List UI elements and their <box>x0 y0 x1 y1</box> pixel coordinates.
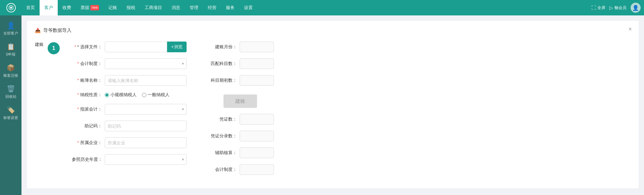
tags-icon: 🏷️ <box>7 106 15 114</box>
nav-items: 首页 客户 收费 票据 new 记账 报税 工商项目 消息 管理 经营 <box>21 0 591 15</box>
nav-item-business[interactable]: 工商项目 <box>140 0 167 15</box>
history-year-row: 参照历史年度： ▾ <box>72 154 187 165</box>
step-label: 建账 <box>35 42 44 48</box>
build-month-row: 建账月份： <box>207 42 274 52</box>
build-button[interactable]: 建账 <box>224 94 257 108</box>
memo-code-label: 助记码： <box>72 123 102 129</box>
aux-accounting-row: 辅助核算： <box>207 147 274 158</box>
build-month-value <box>240 42 274 52</box>
history-year-select-wrap: ▾ <box>105 154 187 165</box>
build-btn-wrap: 建账 <box>207 94 274 108</box>
fullscreen-icon: ⛶ <box>591 5 596 10</box>
accountant-row: * 指派会计： ▾ <box>72 104 187 115</box>
ledger-name-input[interactable] <box>105 75 187 86</box>
file-select-row: * * 选择文件： +浏览 <box>72 42 187 52</box>
voucher-count-row: 凭证数： <box>207 114 274 125</box>
company-row: * 所属企业： <box>72 137 187 148</box>
match-subjects-row: 匹配科目数： <box>207 58 274 69</box>
main-content: 📥 导爷数据导入 × 建账 1 <box>21 15 644 195</box>
card-title: 导爷数据导入 <box>43 27 71 34</box>
sidebar-item-trash[interactable]: 🗑️ 回收站 <box>0 82 21 102</box>
accounting-system-label: * 会计制度： <box>72 61 102 67</box>
new-badge: new <box>90 5 99 10</box>
accounting-system-row: * 会计制度： ▾ <box>72 58 187 69</box>
nav-item-settings[interactable]: 设置 <box>239 0 257 15</box>
nav-right: ⛶ 全屏 ▷ 畅会员 👤 <box>591 3 641 13</box>
ledger-name-row: * 账簿名称： <box>72 75 187 86</box>
accounting-system-select-wrap: ▾ <box>105 58 187 69</box>
nav-item-clients[interactable]: 客户 <box>40 0 58 15</box>
accountant-select[interactable] <box>105 104 187 115</box>
vip-icon: ▷ <box>609 5 613 10</box>
browse-button[interactable]: +浏览 <box>167 42 187 52</box>
svg-point-1 <box>10 7 12 9</box>
logo <box>3 0 19 15</box>
history-year-label: 参照历史年度： <box>72 156 102 162</box>
accountant-select-wrap: ▾ <box>105 104 187 115</box>
tax-general-label[interactable]: 一般纳税人 <box>142 92 169 98</box>
subject-initial-value <box>240 75 274 86</box>
form-area: * * 选择文件： +浏览 * 会计制度： <box>72 42 274 175</box>
zero-declare-icon: 📋 <box>7 43 15 51</box>
tax-general-radio[interactable] <box>142 93 146 97</box>
nav-item-home[interactable]: 首页 <box>21 0 40 15</box>
build-month-label: 建账月份： <box>207 44 237 50</box>
sidebar-item-migrate[interactable]: 📦 账套迁移 <box>0 61 21 81</box>
match-subjects-label: 匹配科目数： <box>207 61 237 67</box>
subject-initial-label: 科目期初数： <box>207 77 237 83</box>
info-accounting-system-row: 会计制度： <box>207 164 274 175</box>
migrate-icon: 📦 <box>7 64 15 72</box>
form-left-col: * * 选择文件： +浏览 * 会计制度： <box>72 42 187 175</box>
voucher-count-value <box>240 114 274 125</box>
history-year-select[interactable] <box>105 154 187 165</box>
info-accounting-system-label: 会计制度： <box>207 167 237 173</box>
file-input[interactable] <box>105 42 167 52</box>
all-clients-icon: 👤 <box>7 21 15 29</box>
nav-item-manage[interactable]: 管理 <box>185 0 203 15</box>
accounting-system-select[interactable] <box>105 58 187 69</box>
sidebar-item-all-clients[interactable]: 👤 全部客户 <box>0 19 21 39</box>
trash-icon: 🗑️ <box>7 85 15 93</box>
voucher-count-label: 凭证数： <box>207 116 237 122</box>
sidebar-item-tags[interactable]: 🏷️ 标签设置 <box>0 103 21 123</box>
layout: 👤 全部客户 📋 0申报 📦 账套迁移 🗑️ 回收站 🏷️ 标签设置 📥 导爷数… <box>0 15 644 195</box>
aux-accounting-label: 辅助核算： <box>207 150 237 156</box>
voucher-entries-value <box>240 131 274 141</box>
tax-small-radio[interactable] <box>105 93 109 97</box>
vip-btn[interactable]: ▷ 畅会员 <box>609 5 627 11</box>
top-nav: 首页 客户 收费 票据 new 记账 报税 工商项目 消息 管理 经营 <box>0 0 644 15</box>
right-panel: 建账月份： 匹配科目数： 科目期初数： <box>207 42 274 175</box>
voucher-entries-row: 凭证分录数： <box>207 131 274 141</box>
nav-item-tax[interactable]: 报税 <box>122 0 140 15</box>
company-label: * 所属企业： <box>72 140 102 146</box>
voucher-entries-label: 凭证分录数： <box>207 133 237 139</box>
info-col: 建账月份： 匹配科目数： 科目期初数： <box>207 42 274 175</box>
import-icon: 📥 <box>35 28 41 33</box>
nav-item-invoices[interactable]: 票据 new <box>76 0 104 15</box>
ledger-name-label: * 账簿名称： <box>72 77 102 83</box>
sidebar: 👤 全部客户 📋 0申报 📦 账套迁移 🗑️ 回收站 🏷️ 标签设置 <box>0 15 21 195</box>
subject-initial-row: 科目期初数： <box>207 75 274 86</box>
info-accounting-system-value <box>240 164 274 175</box>
company-input[interactable] <box>105 137 187 148</box>
file-label: * * 选择文件： <box>72 44 102 50</box>
tax-small-label[interactable]: 小规模纳税人 <box>105 92 137 98</box>
tax-type-radio-group: 小规模纳税人 一般纳税人 <box>105 92 187 98</box>
nav-item-messages[interactable]: 消息 <box>167 0 185 15</box>
avatar-icon: 👤 <box>632 5 639 11</box>
aux-accounting-value <box>240 147 274 158</box>
step-area: 建账 1 * * 选择文件： +浏览 <box>35 42 631 175</box>
file-input-wrap: +浏览 <box>105 42 187 52</box>
memo-code-input[interactable] <box>105 121 187 131</box>
import-card: 📥 导爷数据导入 × 建账 1 <box>27 21 639 188</box>
close-button[interactable]: × <box>628 26 632 32</box>
nav-item-operations[interactable]: 经营 <box>203 0 221 15</box>
tax-type-row: * 纳税性质： 小规模纳税人 一般纳税人 <box>72 92 187 98</box>
nav-item-fees[interactable]: 收费 <box>58 0 76 15</box>
fullscreen-btn[interactable]: ⛶ 全屏 <box>591 5 605 11</box>
nav-item-service[interactable]: 服务 <box>221 0 239 15</box>
sidebar-item-zero-declare[interactable]: 📋 0申报 <box>0 40 21 60</box>
nav-item-accounting[interactable]: 记账 <box>104 0 122 15</box>
tax-type-label: * 纳税性质： <box>72 92 102 98</box>
avatar[interactable]: 👤 <box>631 3 641 13</box>
